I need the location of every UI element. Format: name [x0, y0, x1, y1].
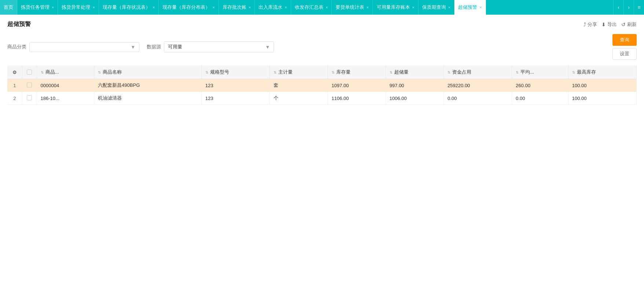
datasource-filter: 数据源 可用量 ▼ — [147, 41, 274, 52]
col-unit[interactable]: ⇅ 主计量 — [270, 66, 328, 79]
datasource-label: 数据源 — [147, 44, 161, 50]
export-button[interactable]: ⬇ 导出 — [601, 21, 617, 28]
close-icon[interactable]: × — [153, 5, 155, 10]
sort-icon: ⇅ — [447, 70, 450, 74]
checkbox-header[interactable] — [22, 66, 37, 79]
gear-header[interactable]: ⚙ — [7, 66, 22, 79]
row-stock: 1106.00 — [328, 92, 386, 105]
nav-summary[interactable]: 收发存汇总表 × — [291, 0, 332, 15]
row-unit: 套 — [270, 79, 328, 92]
sort-icon: ⇅ — [205, 70, 208, 74]
table-row: 10000004六配套新昌490BPG123套1097.00997.002592… — [7, 79, 637, 92]
col-product-name[interactable]: ⇅ 商品名称 — [94, 66, 202, 79]
nav-inout-flow[interactable]: 出入库流水 × — [255, 0, 291, 15]
nav-home[interactable]: 首页 — [0, 0, 17, 15]
col-max-stock[interactable]: ⇅ 最高库存 — [568, 66, 636, 79]
close-icon[interactable]: × — [412, 5, 414, 10]
row-product-code: 186-10... — [37, 92, 94, 105]
row-stock: 1097.00 — [328, 79, 386, 92]
close-icon[interactable]: × — [479, 5, 482, 10]
close-icon[interactable]: × — [52, 5, 54, 10]
gear-icon: ⚙ — [12, 70, 17, 75]
nav-next-button[interactable]: › — [623, 0, 634, 15]
sort-icon: ⇅ — [332, 70, 334, 74]
sort-icon: ⇅ — [516, 70, 519, 74]
nav-quality-check[interactable]: 保质期查询 × — [418, 0, 454, 15]
row-max-stock: 100.00 — [568, 92, 636, 105]
col-capital[interactable]: ⇅ 资金占用 — [444, 66, 512, 79]
nav-pick-exception[interactable]: 拣货异常处理 × — [58, 0, 99, 15]
row-checkbox[interactable] — [22, 79, 37, 92]
row-overstock: 997.00 — [386, 79, 444, 92]
datasource-select[interactable]: 可用量 ▼ — [164, 41, 274, 52]
page-content: 超储预警 ⤴ 分享 ⬇ 导出 ↺ 刷新 商品分类 ▼ 数据源 — [0, 15, 644, 293]
page-header: 超储预警 ⤴ 分享 ⬇ 导出 ↺ 刷新 — [7, 21, 637, 28]
close-icon[interactable]: × — [212, 5, 215, 10]
close-icon[interactable]: × — [285, 5, 287, 10]
row-overstock: 1006.00 — [386, 92, 444, 105]
refresh-icon: ↺ — [621, 22, 626, 27]
sort-icon: ⇅ — [98, 70, 101, 74]
row-avg: 0.00 — [512, 92, 568, 105]
page-actions: ⤴ 分享 ⬇ 导出 ↺ 刷新 — [583, 21, 637, 28]
select-all-checkbox[interactable] — [27, 70, 32, 75]
close-icon[interactable]: × — [92, 5, 95, 10]
nav-stock-status[interactable]: 现存量（库存状况表） × — [99, 0, 159, 15]
col-product-code[interactable]: ⇅ 商品... — [37, 66, 94, 79]
col-spec[interactable]: ⇅ 规格型号 — [201, 66, 270, 79]
col-stock[interactable]: ⇅ 库存量 — [328, 66, 386, 79]
chevron-down-icon: ▼ — [265, 44, 270, 50]
sort-icon: ⇅ — [389, 70, 392, 74]
nav-stock-dist[interactable]: 现存量（库存分布表） × — [159, 0, 219, 15]
row-product-name: 六配套新昌490BPG — [94, 79, 202, 92]
sort-icon: ⇅ — [41, 70, 44, 74]
sort-icon: ⇅ — [274, 70, 277, 74]
export-icon: ⬇ — [601, 22, 606, 27]
row-index: 2 — [7, 92, 22, 105]
row-product-code: 0000004 — [37, 79, 94, 92]
row-checkbox[interactable] — [22, 92, 37, 105]
row-select-checkbox[interactable] — [27, 82, 32, 88]
filter-buttons: 查询 设置 — [612, 34, 637, 60]
close-icon[interactable]: × — [249, 5, 251, 10]
share-icon: ⤴ — [583, 22, 586, 27]
nav-overstock-warning[interactable]: 超储预警 × — [454, 0, 486, 15]
row-spec: 123 — [201, 92, 270, 105]
refresh-button[interactable]: ↺ 刷新 — [621, 21, 637, 28]
datasource-value: 可用量 — [168, 44, 182, 50]
nav-batch-account[interactable]: 库存批次账 × — [219, 0, 255, 15]
table-row: 2186-10...机油滤清器123个1106.001006.000.000.0… — [7, 92, 637, 105]
col-avg[interactable]: ⇅ 平均... — [512, 66, 568, 79]
table-header: ⚙ ⇅ 商品... ⇅ 商品名称 — [7, 66, 637, 79]
close-icon[interactable]: × — [366, 5, 369, 10]
row-avg: 260.00 — [512, 79, 568, 92]
top-navigation: 首页 拣货任务管理 × 拣货异常处理 × 现存量（库存状况表） × 现存量（库存… — [0, 0, 644, 15]
nav-available-stock[interactable]: 可用量库存账本 × — [373, 0, 418, 15]
filter-row: 商品分类 ▼ 数据源 可用量 ▼ 查询 设置 — [7, 34, 637, 60]
share-button[interactable]: ⤴ 分享 — [583, 21, 597, 28]
page-title: 超储预警 — [7, 21, 31, 28]
query-button[interactable]: 查询 — [612, 34, 637, 46]
category-filter: 商品分类 ▼ — [7, 42, 139, 52]
category-select[interactable]: ▼ — [29, 42, 139, 52]
sort-icon: ⇅ — [572, 70, 575, 74]
row-spec: 123 — [201, 79, 270, 92]
row-max-stock: 100.00 — [568, 79, 636, 92]
settings-button[interactable]: 设置 — [612, 48, 637, 60]
row-select-checkbox[interactable] — [27, 95, 32, 100]
table-body: 10000004六配套新昌490BPG123套1097.00997.002592… — [7, 79, 637, 105]
nav-order-stat[interactable]: 要货单统计表 × — [332, 0, 373, 15]
nav-menu-button[interactable]: ≡ — [634, 0, 644, 15]
row-unit: 个 — [270, 92, 328, 105]
row-capital: 259220.00 — [444, 79, 512, 92]
nav-pick-task[interactable]: 拣货任务管理 × — [17, 0, 58, 15]
close-icon[interactable]: × — [326, 5, 328, 10]
data-table: ⚙ ⇅ 商品... ⇅ 商品名称 — [7, 66, 637, 105]
close-icon[interactable]: × — [448, 5, 450, 10]
row-product-name: 机油滤清器 — [94, 92, 202, 105]
nav-arrows: ‹ › ≡ — [613, 0, 644, 15]
nav-prev-button[interactable]: ‹ — [613, 0, 623, 15]
category-label: 商品分类 — [7, 44, 26, 50]
chevron-down-icon: ▼ — [131, 44, 135, 50]
col-overstock[interactable]: ⇅ 超储量 — [386, 66, 444, 79]
